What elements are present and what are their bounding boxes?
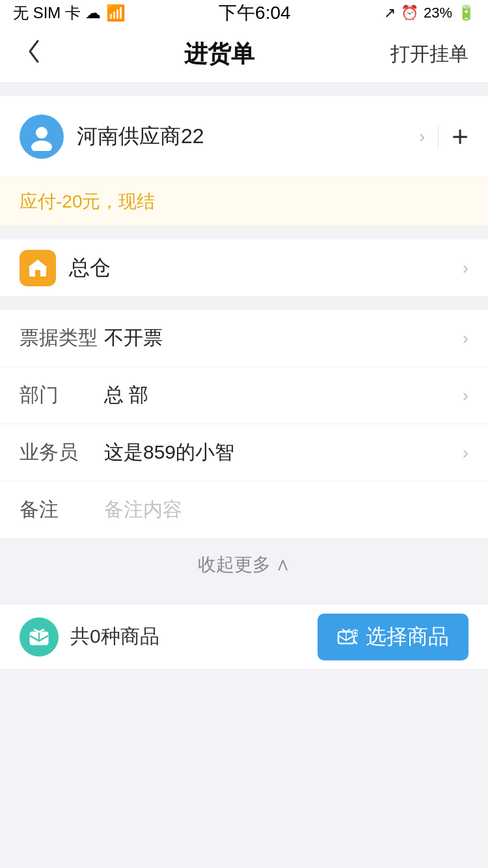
add-supplier-button[interactable]: +	[452, 122, 468, 151]
alarm-icon: ⏰	[401, 5, 418, 21]
form-card: 票据类型 不开票 › 部门 总 部 › 业务员 这是859的小智 › 备注 备注…	[0, 310, 488, 539]
svg-rect-4	[35, 270, 40, 277]
empty-area	[0, 669, 488, 864]
svg-line-9	[354, 641, 357, 644]
select-goods-button[interactable]: 选择商品	[318, 614, 468, 660]
open-pending-button[interactable]: 打开挂单	[390, 41, 468, 68]
svg-point-1	[31, 141, 52, 151]
invoice-type-row[interactable]: 票据类型 不开票 ›	[0, 310, 488, 367]
department-label: 部门	[20, 382, 98, 409]
back-button[interactable]	[20, 32, 48, 77]
warehouse-row[interactable]: 总仓 ›	[0, 239, 488, 297]
supplier-divider	[438, 124, 439, 150]
goods-count-label: 共0种商品	[70, 623, 318, 650]
salesperson-label: 业务员	[20, 439, 98, 466]
remark-row[interactable]: 备注 备注内容	[0, 481, 488, 539]
salesperson-value: 这是859的小智	[98, 439, 463, 466]
page-title: 进货单	[184, 38, 254, 70]
no-sim-text: 无 SIM 卡 ☁	[13, 3, 101, 23]
warehouse-chevron-icon: ›	[463, 258, 468, 278]
notice-row: 应付-20元，现结	[0, 178, 488, 226]
supplier-card: 河南供应商22 › + 应付-20元，现结	[0, 96, 488, 226]
bottom-bar: 共0种商品 选择商品	[0, 604, 488, 669]
select-goods-label: 选择商品	[366, 623, 449, 651]
salesperson-chevron-icon: ›	[463, 442, 468, 463]
status-time: 下午6:04	[219, 1, 291, 25]
battery-icon: 🔋	[457, 5, 475, 21]
section-gap-4	[0, 591, 488, 604]
wifi-icon: 📶	[106, 4, 126, 22]
svg-point-0	[36, 127, 47, 139]
status-left: 无 SIM 卡 ☁ 📶	[13, 3, 126, 23]
invoice-type-label: 票据类型	[20, 325, 98, 351]
battery-text: 23%	[424, 5, 452, 21]
section-gap-3	[0, 297, 488, 310]
section-gap-1	[0, 83, 488, 96]
department-value: 总 部	[98, 382, 463, 409]
invoice-type-value: 不开票	[98, 325, 463, 351]
department-row[interactable]: 部门 总 部 ›	[0, 367, 488, 424]
salesperson-row[interactable]: 业务员 这是859的小智 ›	[0, 424, 488, 481]
warehouse-icon-bg	[20, 250, 56, 286]
section-gap-2	[0, 226, 488, 239]
supplier-avatar	[20, 115, 64, 159]
nav-bar: 进货单 打开挂单	[0, 26, 488, 83]
collapse-row[interactable]: 收起更多 ∧	[0, 539, 488, 591]
warehouse-name: 总仓	[69, 254, 463, 282]
select-goods-icon	[337, 627, 358, 647]
department-chevron-icon: ›	[463, 385, 468, 406]
warehouse-card: 总仓 ›	[0, 239, 488, 297]
supplier-name: 河南供应商22	[77, 122, 419, 151]
remark-input[interactable]: 备注内容	[98, 496, 468, 523]
remark-label: 备注	[20, 496, 98, 523]
status-right: ↗ ⏰ 23% 🔋	[384, 5, 475, 21]
status-bar: 无 SIM 卡 ☁ 📶 下午6:04 ↗ ⏰ 23% 🔋	[0, 0, 488, 26]
supplier-chevron-icon: ›	[419, 126, 425, 147]
invoice-type-chevron-icon: ›	[463, 328, 468, 349]
goods-icon-bg	[20, 617, 59, 657]
svg-marker-3	[28, 260, 47, 267]
location-icon: ↗	[384, 5, 396, 21]
supplier-row[interactable]: 河南供应商22 › +	[0, 96, 488, 178]
